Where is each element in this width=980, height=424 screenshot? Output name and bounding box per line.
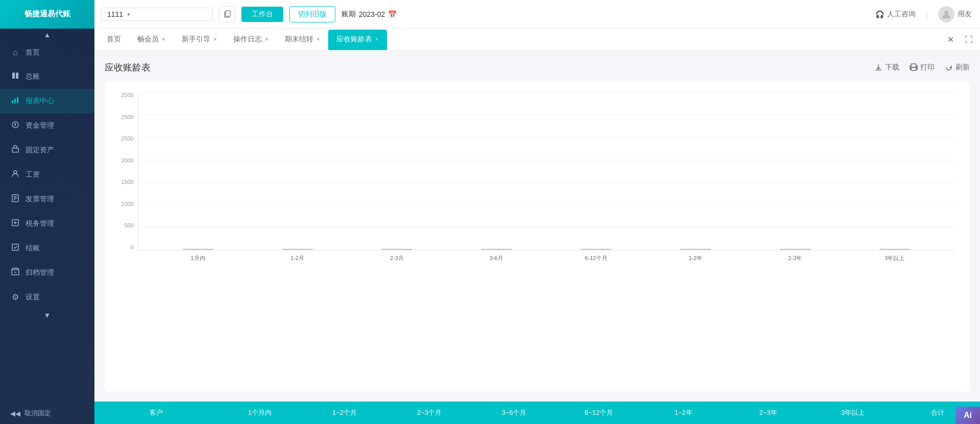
switch-version-button[interactable]: 切到旧版 [289, 6, 335, 22]
period-value: 2023-02 [359, 10, 385, 18]
tab-aging-label: 应收账龄表 [336, 35, 372, 44]
cancel-fixed-label: 取消固定 [24, 409, 51, 418]
user-area[interactable]: 用友 [938, 6, 972, 22]
x-label-7: 2-3年 [745, 254, 845, 262]
sidebar-label-settings: 设置 [26, 293, 40, 302]
sidebar-label-archive: 归档管理 [26, 268, 54, 277]
workbench-button[interactable]: 工作台 [241, 7, 283, 22]
sidebar-item-home[interactable]: ⌂ 首页 [0, 41, 94, 64]
sidebar-scroll-up[interactable]: ▲ [0, 29, 94, 41]
y-label-2500-2: 2500 [121, 114, 134, 120]
tax-icon [10, 219, 20, 229]
assets-icon [10, 145, 20, 155]
copy-button[interactable] [219, 6, 235, 22]
refresh-button[interactable]: 刷新 [945, 63, 970, 72]
page-header: 应收账龄表 下载 打印 [105, 61, 970, 74]
sidebar-label-invoice: 发票管理 [26, 195, 54, 204]
tab-period-end-close[interactable]: × [316, 36, 320, 43]
y-label-1000: 1000 [121, 201, 134, 207]
svg-rect-7 [17, 97, 18, 103]
content-area: 首页 畅会员 × 新手引导 × 操作日志 × 期末结转 × 应收账龄表 × [94, 29, 980, 424]
th-1-2year: 1~2年 [641, 408, 726, 417]
sidebar-item-reports[interactable]: 报表中心 [0, 89, 94, 113]
sidebar-item-ledger[interactable]: 总账 [0, 64, 94, 89]
sidebar-label-funds: 资金管理 [26, 121, 54, 130]
home-icon: ⌂ [10, 48, 20, 57]
print-button[interactable]: 打印 [910, 63, 935, 72]
sidebar-item-assets[interactable]: 固定资产 [0, 138, 94, 162]
sidebar-item-salary[interactable]: 工资 [0, 162, 94, 187]
sidebar-item-funds[interactable]: 资金管理 [0, 113, 94, 138]
salary-icon [10, 170, 20, 180]
svg-point-2 [944, 11, 948, 15]
maximize-tab-button[interactable]: ⛶ [962, 33, 976, 47]
tab-member-label: 畅会员 [137, 35, 159, 44]
download-button[interactable]: 下载 [874, 63, 899, 72]
divider: | [926, 10, 928, 18]
x-label-1: 1月内 [148, 254, 248, 262]
period-label: 账期 [341, 10, 356, 19]
sidebar-item-invoice[interactable]: 发票管理 [0, 187, 94, 211]
th-2-3year: 2~3年 [726, 408, 811, 417]
calendar-icon[interactable]: 📅 [388, 10, 397, 18]
sidebar-item-archive[interactable]: 归档管理 [0, 261, 94, 285]
svg-rect-1 [226, 11, 230, 16]
page-content: 应收账龄表 下载 打印 [94, 51, 980, 402]
th-customer: 客户 [94, 408, 217, 417]
y-axis: 2500 2500 2500 2000 1500 1000 500 0 [115, 92, 138, 250]
y-label-2500-top: 2500 [121, 92, 134, 98]
th-6-12month: 6~12个月 [556, 408, 641, 417]
svg-rect-20 [911, 67, 916, 70]
bar-group-6 [646, 249, 745, 250]
tab-member[interactable]: 畅会员 × [129, 30, 174, 50]
tab-guide-label: 新手引导 [182, 35, 210, 44]
company-selector[interactable]: 1111 ▾ [101, 8, 213, 21]
tab-guide-close[interactable]: × [213, 36, 217, 43]
bar-group-7 [745, 249, 845, 250]
close-tab-button[interactable]: ✕ [943, 33, 958, 47]
th-1month: 1个月内 [217, 408, 302, 417]
bar-group-2 [248, 249, 348, 250]
tab-member-close[interactable]: × [162, 36, 165, 43]
tab-period-end[interactable]: 期末结转 × [277, 30, 328, 50]
consultant-label: 人工咨询 [887, 10, 916, 19]
consultant-area[interactable]: 🎧 人工咨询 [875, 10, 916, 19]
sidebar-item-tax[interactable]: 税务管理 [0, 211, 94, 236]
tab-guide[interactable]: 新手引导 × [174, 30, 225, 50]
checkout-icon [10, 243, 20, 253]
company-name: 1111 [107, 10, 123, 18]
tab-oplog-label: 操作日志 [233, 35, 262, 44]
x-axis: 1月内 1-2月 2-3月 3-6月 6-12个月 1-2年 2-3年 3年以上 [138, 250, 954, 266]
bar-group-1 [149, 249, 248, 250]
period-area: 账期 2023-02 📅 [341, 10, 397, 19]
invoice-icon [10, 194, 20, 204]
cancel-fixed-button[interactable]: ◀◀ 取消固定 [0, 403, 94, 424]
sidebar-label-reports: 报表中心 [26, 97, 54, 106]
tab-home[interactable]: 首页 [99, 30, 129, 50]
bar-3-6month [481, 249, 512, 250]
chart-container: 2500 2500 2500 2000 1500 1000 500 0 [105, 82, 970, 391]
tab-oplog[interactable]: 操作日志 × [225, 30, 277, 50]
x-label-6: 1-2年 [646, 254, 745, 262]
sidebar-item-checkout[interactable]: 结账 [0, 236, 94, 261]
user-name: 用友 [958, 10, 972, 19]
ai-badge[interactable]: Ai [955, 407, 980, 424]
th-3-6month: 3~6个月 [472, 408, 556, 417]
refresh-icon [945, 63, 953, 72]
bar-2-3month [382, 249, 412, 250]
tab-aging-close[interactable]: × [375, 36, 379, 43]
bar-group-8 [845, 249, 944, 250]
tab-aging[interactable]: 应收账龄表 × [328, 30, 387, 50]
y-label-2000: 2000 [121, 157, 134, 163]
bar-group-3 [348, 249, 447, 250]
reports-icon [10, 96, 20, 106]
sidebar-scroll-down[interactable]: ▼ [0, 309, 94, 321]
sidebar: ▲ ⌂ 首页 总账 报表中心 资金管理 固定资产 [0, 29, 94, 424]
svg-rect-19 [911, 64, 916, 67]
bar-1month [183, 249, 213, 250]
tab-oplog-close[interactable]: × [265, 36, 268, 43]
y-label-0: 0 [131, 244, 134, 250]
sidebar-item-settings[interactable]: ⚙ 设置 [0, 285, 94, 309]
x-label-4: 3-6月 [447, 254, 546, 262]
logo-text: 畅捷通易代账 [24, 9, 70, 19]
